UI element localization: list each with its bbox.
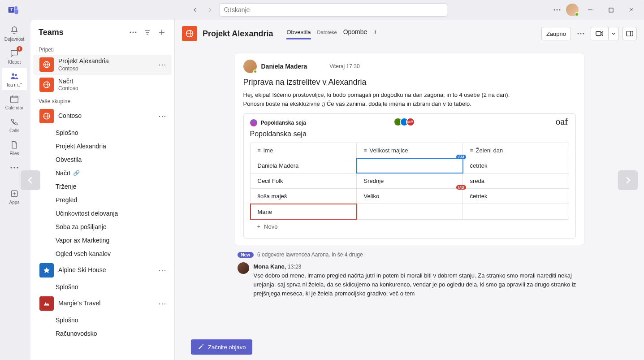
pinned-item-projekt-alexandria[interactable]: Projekt AlexandriaContoso ⋯ <box>33 55 172 75</box>
rail-chat[interactable]: 1Klepet <box>2 45 27 67</box>
panel-icon <box>626 30 633 37</box>
channel-pregled[interactable]: Pregled <box>30 193 174 207</box>
settings-more-button[interactable] <box>551 4 563 16</box>
compose-icon <box>197 343 204 351</box>
editing-cell[interactable]: Marie <box>251 204 357 219</box>
team-item-more-button[interactable]: ⋯ <box>158 112 166 120</box>
team-margie[interactable]: Margie's Travel ⋯ <box>33 294 172 313</box>
user-avatar[interactable] <box>566 4 579 16</box>
svg-point-9 <box>15 74 17 76</box>
table-row[interactable]: Daniela Madera AM četrtek <box>251 158 569 173</box>
rail-calendar[interactable]: Calendar <box>2 91 27 113</box>
plus-icon: + <box>257 223 261 230</box>
loop-table[interactable]: ≡Ime ≡Velikost majice ≡Želeni dan Daniel… <box>250 143 569 220</box>
channel-projekt-alexandria[interactable]: Projekt Alexandria <box>30 139 174 153</box>
channel-trzenje[interactable]: Trženje <box>30 180 174 193</box>
loop-title: Popoldanska seja <box>250 130 569 138</box>
file-icon <box>9 139 20 150</box>
svg-point-11 <box>10 167 12 168</box>
svg-rect-26 <box>627 31 633 36</box>
reply-time: 13:23 <box>288 264 301 270</box>
table-row[interactable]: Marie <box>251 204 569 219</box>
channel-more-button[interactable] <box>575 27 587 40</box>
channel-alpine-splosno[interactable]: Splošno <box>30 280 174 294</box>
search-input[interactable] <box>230 6 443 13</box>
channel-margie-racun[interactable]: Računovodsko <box>30 327 174 340</box>
search-box[interactable] <box>220 3 447 17</box>
rail-calls[interactable]: Calls <box>2 114 27 136</box>
window-close-button[interactable] <box>622 3 640 17</box>
filter-button[interactable] <box>141 26 154 39</box>
team-tile-icon <box>39 263 54 278</box>
add-row-button[interactable]: +Novo <box>250 220 569 234</box>
phone-icon <box>9 117 20 127</box>
team-item-more-button[interactable]: ⋯ <box>158 61 166 69</box>
loop-presence-avatars: MB <box>396 117 415 126</box>
table-row[interactable]: Cecil Folk Srednje sreda <box>251 173 569 189</box>
svg-point-2 <box>14 6 17 9</box>
meet-dropdown-button[interactable] <box>608 27 619 40</box>
team-item-more-button[interactable]: ⋯ <box>158 266 166 274</box>
svg-point-22 <box>578 33 579 35</box>
reply-body: Vse dobro od mene, imamo pregled načrta … <box>254 271 584 298</box>
window-minimize-button[interactable] <box>581 3 599 17</box>
svg-point-3 <box>225 8 229 12</box>
replies-summary[interactable]: New 6 odgovore lawrencea Aarona. in še 4… <box>235 252 584 258</box>
team-contoso[interactable]: Contoso ⋯ <box>33 106 172 126</box>
tab-add[interactable]: + <box>373 28 377 38</box>
rail-activity[interactable]: Dejavnost <box>2 22 27 44</box>
team-alpine[interactable]: Alpine Ski House ⋯ <box>33 260 172 280</box>
channel-nacrt[interactable]: Načrt🔗 <box>30 166 174 180</box>
svg-rect-7 <box>609 8 613 12</box>
focused-cell[interactable]: AM <box>357 158 463 173</box>
section-pinned-label: Pripeti <box>30 43 174 55</box>
post-timestamp: Včeraj 17:30 <box>329 63 359 69</box>
teams-logo: T <box>4 4 23 16</box>
rail-files[interactable]: Files <box>2 137 27 159</box>
post-author-name: Daniela Madera <box>261 63 307 70</box>
open-pane-button[interactable] <box>622 27 637 40</box>
channel-obvestila[interactable]: Obvestila <box>30 153 174 166</box>
create-team-button[interactable] <box>156 26 168 39</box>
nav-forward-button[interactable] <box>203 4 216 16</box>
loop-component[interactable]: Popoldanska seja MB oaf Popoldanska seja… <box>243 113 576 239</box>
team-item-more-button[interactable]: ⋯ <box>158 299 166 308</box>
sidebar-more-button[interactable] <box>127 26 139 39</box>
tab-posts[interactable]: Obvestila <box>286 29 311 39</box>
chevron-left-icon <box>26 176 35 185</box>
new-post-button[interactable]: Začnite objavo <box>191 339 252 355</box>
meet-button[interactable] <box>591 27 608 40</box>
team-tile-icon <box>39 78 54 92</box>
cell-with-cursor[interactable]: VelikoMB <box>357 189 463 204</box>
section-your-label: Vaše skupine <box>30 95 174 106</box>
tab-files[interactable]: Datoteke <box>317 30 337 38</box>
link-icon: 🔗 <box>73 170 80 176</box>
post-author-avatar[interactable] <box>243 60 257 73</box>
channel-splosno[interactable]: Splošno <box>30 126 174 139</box>
sensitivity-button[interactable]: Zaupno <box>541 27 571 40</box>
channel-title: Projekt Alexandria <box>203 29 273 39</box>
meet-button-group <box>591 27 619 40</box>
window-maximize-button[interactable] <box>602 3 620 17</box>
tab-notes[interactable]: Opombe <box>343 28 367 38</box>
rail-teams[interactable]: lea m.." <box>2 68 27 90</box>
carousel-prev-button[interactable] <box>21 170 40 190</box>
channel-margie-splosno[interactable]: Splošno <box>30 313 174 327</box>
svg-point-16 <box>133 32 134 33</box>
channel-ucinkovitost[interactable]: Učinkovitost delovanja <box>30 207 174 220</box>
channel-soba[interactable]: Soba za pošiljanje <box>30 220 174 234</box>
channel-main: Projekt Alexandria Obvestila Datoteke Op… <box>175 20 644 360</box>
post-card: Daniela Madera Včeraj 17:30 Priprava na … <box>235 53 584 245</box>
reply-author-avatar[interactable] <box>238 262 249 274</box>
pinned-item-nacrt[interactable]: NačrtContoso <box>33 75 172 95</box>
nav-back-button[interactable] <box>189 4 202 16</box>
channel-view-all[interactable]: Ogled vseh kanalov <box>30 247 174 260</box>
svg-rect-10 <box>11 96 18 103</box>
post-title: Priprava na izstrelitev v Alexandria <box>243 78 576 87</box>
chat-badge: 1 <box>17 46 22 52</box>
posts-timeline[interactable]: Daniela Madera Včeraj 17:30 Priprava na … <box>175 48 644 360</box>
table-row[interactable]: šoša maješ VelikoMB četrtek <box>251 189 569 204</box>
team-tile-icon <box>39 296 54 311</box>
carousel-next-button[interactable] <box>618 170 638 190</box>
channel-vapor[interactable]: Vapor ax Marketing <box>30 234 174 247</box>
